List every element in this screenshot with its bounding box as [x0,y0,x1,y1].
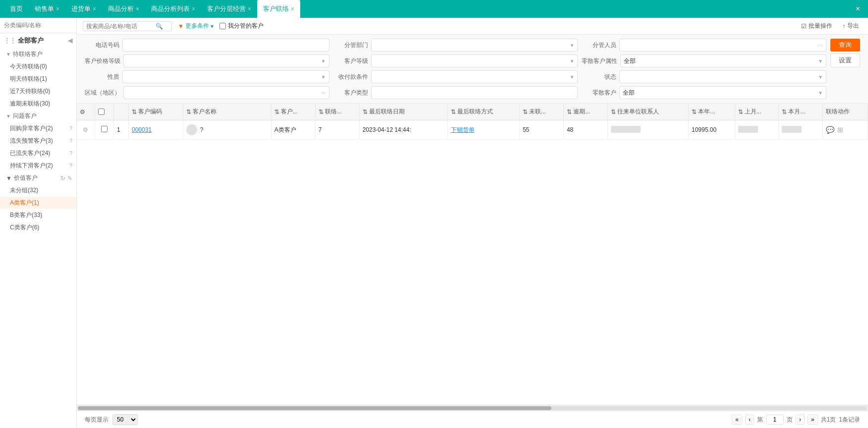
help-icon-declining[interactable]: ? [69,163,72,168]
nav-home[interactable]: 首页 [4,0,29,18]
th-name[interactable]: ⇅ 客户名称 [183,104,271,120]
th-contact[interactable]: ⇅ 联络... [315,104,359,120]
sidebar-item-7days[interactable]: 近7天待联络(0) [0,85,76,98]
nav-sales-label: 销售单 [35,4,54,13]
nav-analysis-list[interactable]: 商品分析列表 × [145,0,201,18]
more-filter-btn[interactable]: ▼ 更多条件 ▾ [178,22,214,30]
row-checkbox[interactable] [101,126,108,132]
filter-phone: 电话号码 [85,39,329,52]
problem-group[interactable]: ▼ 问题客户 [0,110,76,122]
sidebar-item-type-c[interactable]: C类客户(6) [0,221,76,234]
th-category[interactable]: ⇅ 客户... [271,104,315,120]
status-input[interactable]: ▼ [619,70,826,83]
price-level-input[interactable]: ▼ [123,54,329,67]
status-down-icon: ▼ [818,74,823,80]
sidebar-item-ungrouped[interactable]: 未分组(32) [0,184,76,197]
cell-last-method[interactable]: 下销货单 [447,120,519,140]
nav-customer-contact-close[interactable]: × [291,5,294,12]
nav-analysis-close[interactable]: × [136,5,139,12]
nav-customer-tier[interactable]: 客户分层经营 × [201,0,257,18]
batch-op-btn[interactable]: ☑ 批量操作 [798,21,835,31]
sidebar-search-input[interactable] [4,22,77,29]
select-all-checkbox[interactable] [98,108,105,115]
filter-row-3: 性质 ▼ 收付款条件 ▼ 状态 [85,70,826,83]
phone-input[interactable] [122,39,329,52]
cell-settings[interactable]: ⚙ [77,120,95,140]
nav-customer-contact[interactable]: 客户联络 × [257,0,300,18]
nav-purchase[interactable]: 进货单 × [65,0,102,18]
cell-checkbox[interactable] [95,120,114,140]
edit-icon[interactable]: ✎ [67,175,72,182]
filter-search-input[interactable] [86,23,156,30]
all-customers-header[interactable]: ⋮⋮ 全部客户 ◀ [0,33,76,48]
th-this-month[interactable]: ⇅ 本月... [779,104,823,120]
scroll-track[interactable] [78,406,867,410]
th-overdue[interactable]: ⇅ 逾期... [563,104,607,120]
th-this-year-sort-icon: ⇅ [692,108,697,115]
first-page-btn[interactable]: « [732,415,742,425]
sidebar-item-overdue[interactable]: 逾期未联络(30) [0,98,76,110]
grid-icon[interactable]: ⊞ [837,126,843,134]
value-group-header[interactable]: ▼ 价值客户 ↻ ✎ [0,172,76,184]
sidebar-item-churn-warning[interactable]: 流失预警客户(3) ? [0,135,76,147]
customer-level-down-icon: ▼ [569,58,574,64]
sidebar-item-type-a[interactable]: A类客户(1) [0,197,76,209]
type-input[interactable] [371,86,578,99]
refresh-icon[interactable]: ↻ [60,175,65,182]
help-icon-repurchase[interactable]: ? [69,126,72,131]
th-last-date[interactable]: ⇅ 最后联络日期 [359,104,447,120]
next-page-btn[interactable]: › [796,415,805,425]
scroll-thumb[interactable] [78,406,551,410]
cell-name[interactable]: ? [183,120,271,140]
my-customer-checkbox-container[interactable]: 我分管的客户 [219,22,264,30]
th-last-month[interactable]: ⇅ 上月... [735,104,779,120]
filter-search-icon[interactable]: 🔍 [156,23,163,30]
th-unit-contacts[interactable]: ⇅ 往来单位联系人 [607,104,688,120]
staff-input[interactable]: ··· [619,39,826,52]
my-customer-checkbox[interactable] [219,23,226,29]
retail2-input[interactable]: 全部 ▼ [619,86,826,99]
sidebar-item-today[interactable]: 今天待联络(0) [0,60,76,73]
query-button[interactable]: 查询 [830,39,860,52]
nav-sales-close[interactable]: × [56,5,59,12]
sidebar-collapse-icon[interactable]: ◀ [68,37,72,44]
th-no-contact[interactable]: ⇅ 未联... [519,104,563,120]
page-size-select[interactable]: 102050100 [112,414,138,425]
pending-contact-group[interactable]: ▼ 待联络客户 [0,48,76,60]
chat-icon[interactable]: 💬 [826,126,834,134]
cell-code[interactable]: 000031 [129,120,183,140]
sidebar-item-type-b[interactable]: B类客户(33) [0,209,76,221]
export-btn[interactable]: ↑ 导出 [839,21,862,31]
last-method-link[interactable]: 下销货单 [451,126,475,133]
last-page-btn[interactable]: » [808,415,818,425]
th-settings[interactable]: ⚙ [77,104,95,120]
window-close-btn[interactable]: × [852,4,864,13]
nav-sales[interactable]: 销售单 × [29,0,65,18]
th-code[interactable]: ⇅ 客户编码 [129,104,183,120]
nav-customer-tier-close[interactable]: × [248,5,251,12]
horizontal-scrollbar[interactable] [77,405,868,411]
th-last-method[interactable]: ⇅ 最后联络方式 [447,104,519,120]
help-icon-churn-warning[interactable]: ? [69,138,72,144]
customer-code-link[interactable]: 000031 [132,126,152,133]
th-this-year[interactable]: ⇅ 本年... [689,104,735,120]
help-icon-churned[interactable]: ? [69,151,72,156]
nav-purchase-close[interactable]: × [93,5,96,12]
footer-left: 每页显示 102050100 [85,414,138,425]
page-number-input[interactable] [766,415,784,425]
setting-button[interactable]: 设置 [830,54,860,67]
sidebar-item-repurchase-abnormal[interactable]: 回购异常客户(2) ? [0,122,76,135]
nav-analysis[interactable]: 商品分析 × [102,0,145,18]
region-input[interactable]: ··· [123,86,329,99]
retail-attr-input[interactable]: 全部 ▼ [620,54,826,67]
prev-page-btn[interactable]: ‹ [745,415,754,425]
th-checkbox[interactable] [95,104,114,120]
payment-input[interactable]: ▼ [371,70,578,83]
dept-input[interactable]: ▼ [371,39,578,52]
nav-analysis-list-close[interactable]: × [192,5,195,12]
customer-level-input[interactable]: ▼ [371,54,578,67]
nature-input[interactable]: ▼ [122,70,329,83]
sidebar-item-declining[interactable]: 持续下滑客户(2) ? [0,160,76,172]
sidebar-item-tomorrow[interactable]: 明天待联络(1) [0,73,76,85]
sidebar-item-churned[interactable]: 已流失客户(24) ? [0,147,76,160]
